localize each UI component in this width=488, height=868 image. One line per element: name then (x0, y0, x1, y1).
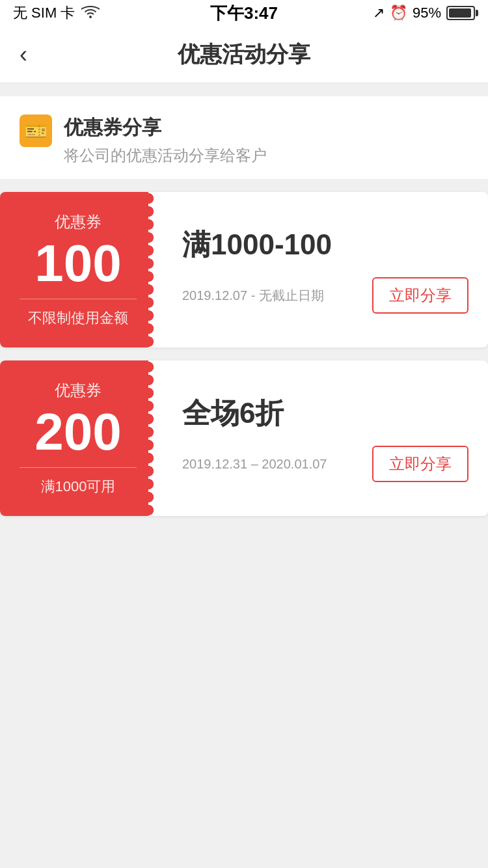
battery-fill (449, 8, 471, 18)
coupon-divider-1 (20, 299, 137, 299)
battery-icon (446, 6, 475, 20)
coupon-title-1: 满1000-100 (182, 226, 468, 264)
coupon-icon: 🎫 (25, 120, 47, 142)
coupon-left-2: 优惠券 200 满1000可用 (0, 360, 156, 516)
status-left: 无 SIM 卡 (13, 3, 100, 23)
battery-percent: 95% (413, 5, 441, 21)
carrier-text: 无 SIM 卡 (13, 3, 75, 23)
coupon-condition-2: 满1000可用 (41, 477, 116, 496)
alarm-icon: ⏰ (390, 5, 407, 21)
coupon-right-1: 满1000-100 2019.12.07 - 无截止日期 立即分享 (156, 192, 488, 347)
share-button-1[interactable]: 立即分享 (372, 277, 468, 314)
bottom-area (0, 529, 488, 789)
location-icon: ↗ (373, 5, 385, 21)
coupon-amount-2: 200 (34, 406, 121, 458)
coupon-card-2: 优惠券 200 满1000可用 全场6折 2019.12.31 – 2020.0… (0, 360, 488, 516)
share-button-2[interactable]: 立即分享 (372, 446, 468, 482)
section-text: 优惠券分享 将公司的优惠活动分享给客户 (64, 115, 267, 166)
section-title: 优惠券分享 (64, 115, 267, 141)
status-bar: 无 SIM 卡 下午3:47 ↗ ⏰ 95% (0, 0, 488, 26)
coupon-date-2: 2019.12.31 – 2020.01.07 (182, 457, 366, 472)
section-subtitle: 将公司的优惠活动分享给客户 (64, 145, 267, 166)
coupon-divider-2 (20, 467, 137, 468)
coupon-bottom-2: 2019.12.31 – 2020.01.07 立即分享 (182, 446, 468, 482)
nav-bar: ‹ 优惠活动分享 (0, 26, 488, 83)
coupon-list: 优惠券 100 不限制使用金额 满1000-100 2019.12.07 - 无… (0, 192, 488, 529)
coupon-right-2: 全场6折 2019.12.31 – 2020.01.07 立即分享 (156, 360, 488, 516)
section-icon: 🎫 (20, 115, 52, 147)
section-header: 🎫 优惠券分享 将公司的优惠活动分享给客户 (0, 96, 488, 179)
coupon-label-1: 优惠券 (55, 211, 102, 232)
status-right: ↗ ⏰ 95% (373, 5, 475, 21)
coupon-condition-1: 不限制使用金额 (28, 308, 128, 328)
coupon-amount-1: 100 (34, 237, 121, 290)
status-time: 下午3:47 (210, 2, 278, 25)
coupon-card-1: 优惠券 100 不限制使用金额 满1000-100 2019.12.07 - 无… (0, 192, 488, 347)
back-button[interactable]: ‹ (20, 43, 27, 66)
coupon-date-1: 2019.12.07 - 无截止日期 (182, 287, 366, 305)
wifi-icon (81, 4, 100, 22)
page-title: 优惠活动分享 (178, 40, 310, 70)
coupon-title-2: 全场6折 (182, 394, 468, 433)
coupon-label-2: 优惠券 (55, 380, 102, 401)
coupon-bottom-1: 2019.12.07 - 无截止日期 立即分享 (182, 277, 468, 314)
coupon-left-1: 优惠券 100 不限制使用金额 (0, 192, 156, 347)
